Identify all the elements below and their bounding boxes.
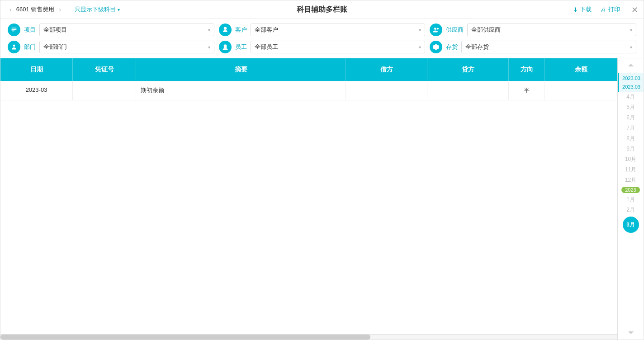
employee-select-arrow: ▾: [419, 45, 421, 50]
page-title: 科目辅助多栏账: [297, 5, 347, 14]
content-area: 日期 凭证号 摘要 借方 贷方 方向 余额 2023-03 期初余额 平: [0, 58, 644, 340]
table-body: 2023-03 期初余额 平: [0, 81, 617, 334]
employee-icon: [219, 41, 232, 53]
customer-label: 客户: [235, 26, 247, 34]
timeline-section-2023-03[interactable]: 2023.03: [618, 73, 644, 82]
customer-icon: [219, 24, 232, 36]
project-filter: 项目 全部项目 ▾: [8, 24, 214, 36]
inventory-label: 存货: [446, 43, 458, 51]
timeline-up-button[interactable]: [618, 58, 644, 73]
col-debit: 借方: [346, 58, 427, 81]
employee-filter: 员工 全部员工 ▾: [219, 41, 426, 53]
supplier-icon: [430, 24, 442, 36]
inventory-icon: [430, 41, 442, 53]
col-summary: 摘要: [136, 58, 346, 81]
dept-select[interactable]: 全部部门 ▾: [39, 41, 214, 53]
prev-arrow[interactable]: ‹: [8, 5, 14, 14]
active-month-label: 3月: [626, 221, 635, 229]
timeline-month-8[interactable]: 8月: [618, 133, 644, 144]
cell-summary: 期初余额: [136, 81, 346, 100]
timeline-month-9[interactable]: 9月: [618, 144, 644, 154]
employee-select[interactable]: 全部员工 ▾: [251, 41, 426, 53]
cell-voucher: [73, 81, 136, 100]
nav-area: ‹ 6601 销售费用 › 只显示下级科目 ▾: [8, 5, 120, 14]
timeline-section-label: 2023.03: [622, 76, 640, 81]
year-badge-label: 2023: [621, 187, 639, 193]
dept-select-value: 全部部门: [43, 43, 67, 51]
show-sub-toggle[interactable]: 只显示下级科目 ▾: [75, 5, 120, 14]
top-bar: ‹ 6601 销售费用 › 只显示下级科目 ▾ 科目辅助多栏账 ⬇ 下载 🖨 打…: [0, 0, 644, 19]
project-select-arrow: ▾: [208, 28, 210, 33]
account-code: 6601 销售费用: [16, 5, 55, 14]
cell-direction: 平: [509, 81, 545, 100]
timeline-month-11[interactable]: 11月: [618, 165, 644, 175]
dept-icon: [8, 41, 20, 53]
inventory-select-value: 全部存货: [465, 43, 489, 51]
project-select[interactable]: 全部项目 ▾: [39, 24, 214, 36]
col-credit: 贷方: [427, 58, 509, 81]
supplier-select-value: 全部供应商: [471, 26, 501, 34]
timeline-down-button[interactable]: [618, 325, 644, 340]
col-voucher: 凭证号: [73, 58, 136, 81]
supplier-filter: 供应商 全部供应商 ▾: [430, 24, 636, 36]
timeline-month-3-active[interactable]: 3月: [618, 215, 644, 234]
supplier-select[interactable]: 全部供应商 ▾: [467, 24, 636, 36]
cell-credit: [427, 81, 509, 100]
col-balance: 余额: [545, 58, 617, 81]
timeline-section-2023-03b[interactable]: 2023.03: [618, 82, 644, 92]
show-sub-arrow: ▾: [118, 7, 120, 12]
col-date: 日期: [0, 58, 73, 81]
print-label: 打印: [608, 5, 620, 14]
timeline-month-5[interactable]: 5月: [618, 102, 644, 113]
customer-select-arrow: ▾: [419, 28, 421, 33]
timeline-sidebar: 2023.03 2023.03 4月 5月 6月 7月 8月 9月 10月 11…: [617, 58, 644, 340]
project-select-value: 全部项目: [43, 26, 67, 34]
svg-rect-2: [11, 31, 14, 32]
download-button[interactable]: ⬇ 下载: [573, 5, 592, 14]
svg-rect-6: [223, 44, 226, 48]
customer-select[interactable]: 全部客户 ▾: [251, 24, 426, 36]
horizontal-scrollbar[interactable]: [0, 334, 617, 340]
show-sub-label: 只显示下级科目: [75, 5, 116, 14]
close-button[interactable]: ✕: [631, 5, 638, 15]
timeline-month-7[interactable]: 7月: [618, 123, 644, 133]
table-area: 日期 凭证号 摘要 借方 贷方 方向 余额 2023-03 期初余额 平: [0, 58, 617, 340]
employee-select-value: 全部员工: [255, 43, 278, 51]
download-icon: ⬇: [573, 6, 578, 13]
dept-filter: 部门 全部部门 ▾: [8, 41, 214, 53]
top-actions: ⬇ 下载 🖨 打印: [573, 5, 620, 14]
timeline-month-1[interactable]: 1月: [618, 194, 644, 205]
inventory-select-arrow: ▾: [630, 45, 632, 50]
svg-point-4: [437, 28, 439, 30]
main-window: ✕ ‹ 6601 销售费用 › 只显示下级科目 ▾ 科目辅助多栏账 ⬇ 下载 🖨…: [0, 0, 644, 340]
timeline-section-sub-label: 2023.03: [622, 84, 640, 90]
supplier-select-arrow: ▾: [630, 28, 632, 33]
next-arrow[interactable]: ›: [57, 5, 63, 14]
inventory-select[interactable]: 全部存货 ▾: [461, 41, 636, 53]
table-header: 日期 凭证号 摘要 借方 贷方 方向 余额: [0, 58, 617, 81]
svg-rect-0: [11, 28, 16, 28]
timeline-month-10[interactable]: 10月: [618, 154, 644, 165]
timeline-month-12[interactable]: 12月: [618, 175, 644, 185]
timeline-month-2[interactable]: 2月: [618, 205, 644, 215]
inventory-filter: 存货 全部存货 ▾: [430, 41, 636, 53]
download-label: 下载: [580, 5, 592, 14]
dept-label: 部门: [24, 43, 36, 51]
timeline-year-badge[interactable]: 2023: [618, 185, 644, 194]
svg-rect-1: [11, 29, 16, 30]
project-label: 项目: [24, 26, 36, 34]
supplier-label: 供应商: [446, 26, 464, 34]
customer-select-value: 全部客户: [255, 26, 278, 34]
col-direction: 方向: [509, 58, 545, 81]
print-icon: 🖨: [601, 6, 606, 13]
cell-date: 2023-03: [0, 81, 73, 100]
cell-balance: [545, 81, 617, 100]
scroll-thumb[interactable]: [0, 335, 370, 340]
customer-filter: 客户 全部客户 ▾: [219, 24, 426, 36]
active-month-circle[interactable]: 3月: [623, 217, 639, 233]
employee-label: 员工: [235, 43, 247, 51]
timeline-month-4[interactable]: 4月: [618, 92, 644, 102]
print-button[interactable]: 🖨 打印: [601, 5, 620, 14]
svg-point-5: [13, 44, 15, 47]
timeline-month-6[interactable]: 6月: [618, 113, 644, 123]
